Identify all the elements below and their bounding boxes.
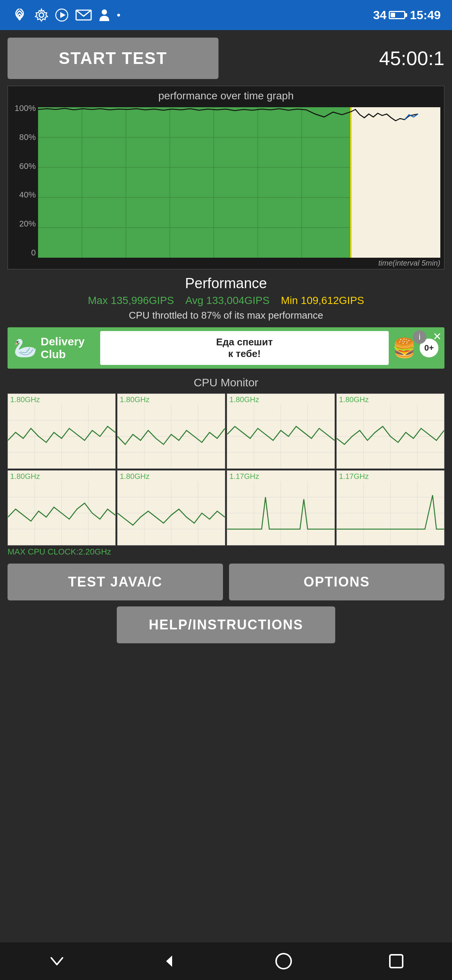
burger-icon: 🍔: [393, 337, 416, 359]
cpu-cell-8: 1.17GHz: [336, 470, 444, 546]
perf-stats: Max 135,996GIPS Avg 133,004GIPS Min 109,…: [8, 294, 444, 307]
svg-point-65: [276, 954, 291, 969]
nav-square-icon[interactable]: [388, 953, 405, 970]
cpu-freq-2: 1.80GHz: [120, 395, 150, 404]
battery-indicator: 34: [373, 8, 406, 22]
status-bar-right: 34 15:49: [373, 8, 441, 22]
cpu-freq-7: 1.17GHz: [229, 472, 259, 481]
ad-banner[interactable]: 🦢 Delivery Club Еда спешит к тебе! 🍔 0+ …: [8, 327, 444, 369]
nav-back-icon[interactable]: [161, 952, 180, 970]
chart-area: time(interval 5min): [38, 103, 440, 269]
ad-msg-line2: к тебе!: [109, 348, 380, 360]
y-label-40: 40%: [12, 190, 36, 200]
cpu-cell-4: 1.80GHz: [336, 393, 444, 469]
y-label-60: 60%: [12, 161, 36, 171]
throttle-text: CPU throttled to 87% of its max performa…: [8, 310, 444, 321]
cpu-freq-8: 1.17GHz: [339, 472, 369, 481]
cream-area: [352, 107, 440, 258]
graph-container: 100% 80% 60% 40% 20% 0: [12, 103, 440, 269]
max-cpu-clock: MAX CPU CLOCK:2.20GHz: [8, 547, 444, 557]
clock-display: 15:49: [410, 8, 441, 22]
test-java-c-button[interactable]: TEST JAVA/C: [8, 563, 223, 600]
notification-dot: •: [117, 9, 121, 21]
performance-label: Performance: [8, 275, 444, 291]
svg-point-0: [18, 18, 21, 20]
ad-brand-line2: Club: [41, 348, 85, 361]
svg-point-1: [39, 13, 44, 17]
buttons-row: TEST JAVA/C OPTIONS: [8, 563, 444, 600]
person-icon: [99, 8, 110, 22]
cpu-chart-7: [227, 481, 334, 545]
x-axis-label: time(interval 5min): [379, 259, 440, 267]
y-label-0: 0: [12, 248, 36, 258]
wifi-icon: [11, 9, 28, 21]
top-row: START TEST 45:00:1: [8, 38, 444, 79]
nav-home-icon[interactable]: [274, 952, 293, 970]
cpu-monitor-grid: 1.80GHz 1.80GHz: [8, 393, 444, 546]
cpu-freq-1: 1.80GHz: [10, 395, 40, 404]
y-axis: 100% 80% 60% 40% 20% 0: [12, 103, 38, 269]
play-icon: [55, 8, 69, 22]
yellow-line: [350, 107, 352, 258]
mail-icon: [75, 9, 92, 21]
battery-percent: 34: [373, 8, 387, 22]
cpu-cell-7: 1.17GHz: [227, 470, 335, 546]
svg-rect-66: [390, 955, 402, 967]
help-instructions-button[interactable]: HELP/INSTRUCTIONS: [117, 606, 335, 643]
main-content: START TEST 45:00:1 performance over time…: [0, 30, 452, 651]
svg-marker-3: [60, 12, 65, 18]
ad-message: Еда спешит к тебе!: [100, 331, 389, 365]
gear-icon: [35, 8, 48, 22]
y-label-80: 80%: [12, 132, 36, 142]
y-label-100: 100%: [12, 103, 36, 113]
cpu-cell-2: 1.80GHz: [117, 393, 225, 469]
cpu-cell-3: 1.80GHz: [227, 393, 335, 469]
svg-point-5: [102, 10, 107, 15]
nav-chevron-down-icon[interactable]: [48, 952, 66, 970]
cpu-chart-5: [8, 481, 115, 545]
cpu-chart-1: [8, 404, 115, 468]
stat-min: Min 109,612GIPS: [281, 294, 364, 307]
cpu-chart-6: [118, 481, 225, 545]
y-label-20: 20%: [12, 219, 36, 229]
status-bar-left: •: [11, 8, 121, 22]
battery-fill: [391, 13, 395, 17]
ad-brand: 🦢 Delivery Club: [14, 335, 96, 361]
cpu-chart-2: [118, 404, 225, 468]
cpu-freq-6: 1.80GHz: [120, 472, 150, 481]
cpu-freq-3: 1.80GHz: [229, 395, 259, 404]
cpu-chart-8: [337, 481, 444, 545]
timer-display: 45:00:1: [379, 47, 445, 70]
cpu-cell-1: 1.80GHz: [8, 393, 116, 469]
ad-brand-line1: Delivery: [41, 335, 85, 348]
stat-avg: Avg 133,004GIPS: [185, 294, 270, 307]
status-bar: • 34 15:49: [0, 0, 452, 30]
stat-max: Max 135,996GIPS: [88, 294, 174, 307]
nav-bar: [0, 942, 452, 980]
ostrich-icon: 🦢: [14, 337, 37, 359]
cpu-cell-5: 1.80GHz: [8, 470, 116, 546]
cpu-chart-3: [227, 404, 334, 468]
info-icon[interactable]: i: [413, 330, 426, 344]
options-button[interactable]: OPTIONS: [229, 563, 444, 600]
graph-title: performance over time graph: [12, 90, 440, 102]
close-ad-button[interactable]: ✕: [433, 330, 441, 343]
ad-msg-line1: Еда спешит: [109, 336, 380, 348]
performance-graph-section: performance over time graph 100% 80% 60%…: [8, 86, 444, 269]
cpu-freq-5: 1.80GHz: [10, 472, 40, 481]
green-fill: [38, 107, 352, 258]
svg-marker-64: [166, 956, 172, 967]
battery-box: [389, 11, 405, 19]
cpu-chart-4: [337, 404, 444, 468]
performance-line: [38, 107, 440, 121]
cpu-cell-6: 1.80GHz: [117, 470, 225, 546]
start-test-button[interactable]: START TEST: [8, 38, 219, 79]
cpu-freq-4: 1.80GHz: [339, 395, 369, 404]
cpu-monitor-title: CPU Monitor: [8, 376, 444, 389]
